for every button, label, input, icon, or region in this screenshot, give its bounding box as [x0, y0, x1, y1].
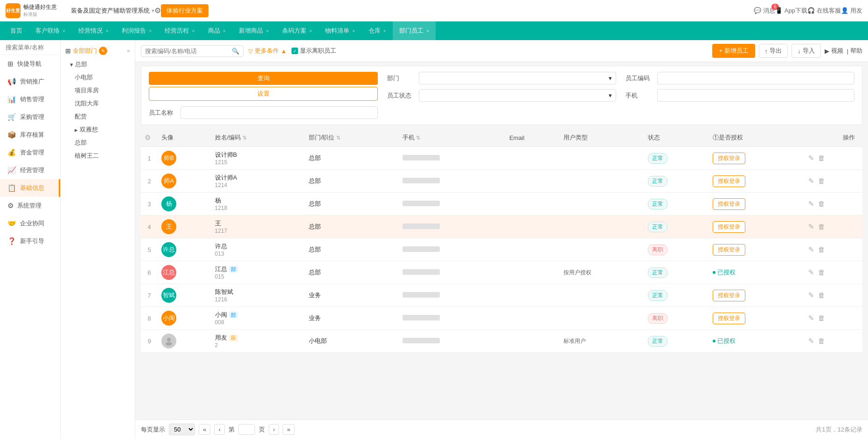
delete-icon[interactable]: 🗑	[818, 268, 825, 277]
auth-button[interactable]: 授权登录	[713, 153, 745, 164]
page-number-input[interactable]: 1	[238, 424, 255, 435]
add-employee-btn[interactable]: + 新增员工	[712, 44, 755, 58]
tab-warehouse[interactable]: 仓库 ×	[362, 21, 393, 40]
edit-icon[interactable]: ✎	[808, 223, 814, 231]
dept-edit-circle[interactable]: ✎	[99, 47, 107, 55]
sidebar-item-system[interactable]: ⚙ 系统管理	[0, 197, 60, 215]
sidebar-item-quick-nav[interactable]: ⊞ 快捷导航	[0, 55, 60, 73]
dept-item-distribution[interactable]: 配货	[61, 110, 135, 123]
next-page-btn[interactable]: ›	[269, 424, 279, 435]
sidebar-item-guide[interactable]: ❓ 新手引导	[0, 232, 60, 250]
sidebar-item-basic-info[interactable]: 📋 基础信息	[0, 179, 60, 197]
edit-icon[interactable]: ✎	[808, 177, 814, 185]
auth-button[interactable]: 授权登录	[713, 198, 745, 210]
delete-icon[interactable]: 🗑	[818, 314, 825, 322]
tab-new-goods[interactable]: 新增商品 ×	[232, 21, 275, 40]
edit-icon[interactable]: ✎	[808, 291, 814, 300]
close-icon[interactable]: ×	[266, 28, 269, 34]
dept-item-small-elec[interactable]: 小电部	[61, 71, 135, 84]
close-icon[interactable]: ×	[309, 28, 312, 34]
dept-item-shuangyan[interactable]: ▸ 双雁想	[61, 123, 135, 136]
sort-name-icon[interactable]: ⇅	[243, 135, 247, 140]
sidebar-item-operations[interactable]: 📈 经营管理	[0, 161, 60, 179]
close-icon[interactable]: ×	[223, 28, 226, 34]
all-dept-label[interactable]: 全部部门	[73, 47, 97, 55]
tab-dept-employee[interactable]: 部门员工 ×	[393, 21, 436, 40]
query-btn[interactable]: 查询	[149, 72, 378, 85]
tab-barcode[interactable]: 条码方案 ×	[276, 21, 319, 40]
sidebar-item-purchase[interactable]: 🛒 采购管理	[0, 108, 60, 126]
first-page-btn[interactable]: «	[199, 424, 210, 435]
delete-icon[interactable]: 🗑	[818, 154, 825, 162]
tab-profit[interactable]: 利润报告 ×	[115, 21, 158, 40]
delete-icon[interactable]: 🗑	[818, 245, 825, 254]
tab-goods[interactable]: 商品 ×	[201, 21, 232, 40]
tab-history[interactable]: 经营历程 ×	[158, 21, 201, 40]
user-action[interactable]: 👤 用友	[841, 7, 862, 15]
dept-item-plantwang[interactable]: 植树王二	[61, 149, 135, 162]
edit-icon[interactable]: ✎	[808, 268, 814, 277]
edit-icon[interactable]: ✎	[808, 245, 814, 254]
employee-code-input[interactable]	[657, 72, 854, 84]
import-btn[interactable]: ↓ 导入	[792, 44, 821, 58]
tab-material[interactable]: 物料清单 ×	[319, 21, 361, 40]
message-action[interactable]: 💬 消息 6	[754, 7, 775, 15]
experience-btn[interactable]: 体验行业方案	[161, 4, 208, 17]
close-icon[interactable]: ×	[352, 28, 355, 34]
export-btn[interactable]: ↑ 导出	[759, 44, 788, 58]
dept-item-general2[interactable]: 总部	[61, 136, 135, 149]
employee-name-input[interactable]	[181, 106, 378, 119]
delete-icon[interactable]: 🗑	[818, 177, 825, 185]
sidebar-item-enterprise[interactable]: 🤝 企业协同	[0, 215, 60, 232]
prev-page-btn[interactable]: ‹	[214, 424, 224, 435]
tab-home[interactable]: 首页	[4, 21, 29, 40]
edit-icon[interactable]: ✎	[808, 314, 814, 322]
auth-button[interactable]: 授权登录	[713, 290, 745, 301]
delete-icon[interactable]: 🗑	[818, 291, 825, 300]
sidebar-item-sales[interactable]: 📊 销售管理	[0, 91, 60, 108]
sort-dept-icon[interactable]: ⇅	[336, 135, 340, 140]
dept-item-shenyang[interactable]: 沈阳大库	[61, 97, 135, 110]
set-btn[interactable]: 设置	[149, 87, 378, 101]
auth-button[interactable]: 授权登录	[713, 221, 745, 233]
tab-business[interactable]: 经营情况 ×	[72, 21, 115, 40]
edit-icon[interactable]: ✎	[808, 154, 814, 162]
auth-button[interactable]: 授权登录	[713, 313, 745, 324]
close-icon[interactable]: ×	[105, 28, 108, 34]
edit-icon[interactable]: ✎	[808, 337, 814, 345]
close-icon[interactable]: ×	[149, 28, 152, 34]
search-input[interactable]	[145, 48, 229, 55]
col-setting-header[interactable]: ⚙	[141, 129, 158, 147]
sidebar-item-inventory[interactable]: 📦 库存核算	[0, 126, 60, 144]
last-page-btn[interactable]: »	[283, 424, 294, 435]
delete-icon[interactable]: 🗑	[818, 223, 825, 231]
auth-button[interactable]: 授权登录	[713, 175, 745, 187]
delete-icon[interactable]: 🗑	[818, 337, 825, 345]
phone-filter-input[interactable]	[657, 89, 854, 102]
collapse-tree-btn[interactable]: «	[127, 48, 130, 54]
sidebar-item-marketing[interactable]: 📢 营销推广	[0, 73, 60, 91]
sidebar-item-finance[interactable]: 💰 资金管理	[0, 144, 60, 161]
show-resigned-toggle[interactable]: ✓ 显示离职员工	[292, 47, 336, 55]
close-icon[interactable]: ×	[383, 28, 386, 34]
settings-button[interactable]: ⚙	[154, 6, 161, 15]
more-filter-btn[interactable]: ▽ 更多条件 ▲	[248, 47, 287, 55]
sort-phone-icon[interactable]: ⇅	[416, 135, 420, 140]
dept-filter-select[interactable]: ▾	[419, 72, 616, 84]
status-filter-select[interactable]: ▾	[419, 89, 616, 102]
app-download-action[interactable]: 📱 App下载	[775, 7, 807, 15]
help-btn[interactable]: | 帮助	[847, 47, 862, 55]
edit-icon[interactable]: ✎	[808, 200, 814, 208]
close-icon[interactable]: ×	[192, 28, 194, 34]
auth-button[interactable]: 授权登录	[713, 244, 745, 256]
dept-item-general[interactable]: ▾ 总部	[61, 58, 135, 71]
per-page-select[interactable]: 50 100	[169, 424, 195, 435]
delete-icon[interactable]: 🗑	[818, 200, 825, 208]
close-icon[interactable]: ×	[62, 28, 65, 34]
close-icon[interactable]: ×	[426, 28, 429, 34]
view-btn[interactable]: ▶ 视频	[825, 47, 843, 55]
dept-item-project[interactable]: 项目库房	[61, 84, 135, 97]
search-menu-input[interactable]	[6, 44, 61, 51]
tab-customer[interactable]: 客户联络 ×	[29, 21, 72, 40]
online-service-action[interactable]: 🎧 在线客服	[807, 7, 841, 15]
